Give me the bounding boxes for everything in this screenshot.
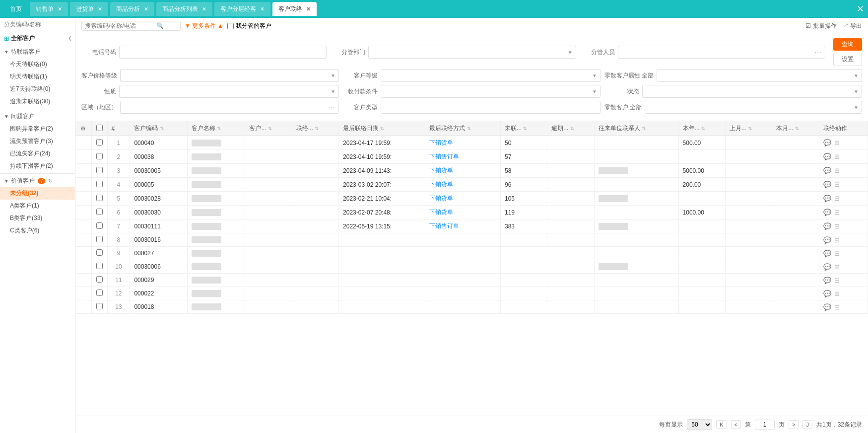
td-checkbox[interactable] (91, 219, 107, 233)
th-no-days[interactable]: 未联... ⇅ (500, 121, 547, 136)
row-checkbox[interactable] (96, 209, 103, 215)
grid-action-icon[interactable]: ⊞ (834, 303, 840, 311)
td-checkbox[interactable] (91, 247, 107, 260)
sidebar-search-input[interactable] (4, 21, 75, 28)
retail-attr-select[interactable]: ▼ (657, 69, 862, 82)
search-icon[interactable]: 🔍 (156, 22, 164, 29)
th-contact[interactable]: 联络... ⇅ (292, 121, 338, 136)
payment-select[interactable]: ▼ (381, 85, 601, 98)
row-checkbox[interactable] (96, 249, 103, 256)
td-last-method[interactable]: 下销售订单 (425, 150, 501, 164)
row-checkbox[interactable] (96, 263, 103, 269)
close-all-button[interactable]: ✕ (857, 3, 864, 14)
th-code[interactable]: 客户编码 ⇅ (130, 121, 188, 136)
select-all-checkbox[interactable] (96, 125, 103, 131)
grid-action-icon[interactable]: ⊞ (834, 153, 840, 160)
td-checkbox[interactable] (91, 150, 107, 164)
query-button[interactable]: 查询 (833, 38, 862, 51)
sidebar-item-churn-warning[interactable]: 流失预警客户(3) (0, 135, 75, 147)
reset-button[interactable]: 设置 (833, 53, 862, 66)
refresh-icon[interactable]: ↻ (48, 178, 53, 184)
nav-tab-product-analysis[interactable]: 商品分析 ✕ (110, 2, 154, 16)
last-method-link[interactable]: 下销货单 (429, 167, 453, 174)
more-filters-button[interactable]: ▼ 更多条件 ▲ (185, 22, 223, 30)
row-checkbox[interactable] (96, 236, 103, 242)
page-number-input[interactable] (755, 420, 775, 430)
sidebar-item-today[interactable]: 今天待联络(0) (0, 58, 75, 71)
td-last-method[interactable]: 下销售订单 (425, 219, 501, 233)
chat-icon[interactable]: 💬 (823, 181, 831, 188)
td-last-method[interactable]: 下销货单 (425, 136, 501, 150)
th-last-date[interactable]: 最后联络日期 ⇅ (339, 121, 425, 136)
next-page-button[interactable]: > (789, 420, 799, 429)
sidebar-item-7days[interactable]: 近7天待联络(0) (0, 83, 75, 95)
td-checkbox[interactable] (91, 300, 107, 314)
first-page-button[interactable]: K (716, 420, 727, 429)
search-input[interactable] (85, 22, 154, 29)
td-checkbox[interactable] (91, 192, 107, 206)
nav-tab-sales[interactable]: 销售单 ✕ (30, 2, 68, 16)
td-checkbox[interactable] (91, 274, 107, 287)
sidebar-item-declining[interactable]: 持续下滑客户(2) (0, 160, 75, 172)
grid-action-icon[interactable]: ⊞ (834, 209, 840, 216)
region-input[interactable]: ··· (120, 101, 339, 114)
chat-icon[interactable]: 💬 (823, 277, 831, 284)
batch-ops-button[interactable]: ☑ 批量操作 (805, 22, 836, 30)
row-checkbox[interactable] (96, 167, 103, 173)
td-last-method[interactable]: 下销货单 (425, 192, 501, 206)
pending-contact-section[interactable]: ▼ 待联络客户 (0, 46, 75, 58)
td-checkbox[interactable] (91, 136, 107, 150)
chat-icon[interactable]: 💬 (823, 153, 831, 160)
th-this-year[interactable]: 本年... ⇅ (678, 121, 725, 136)
last-method-link[interactable]: 下销货单 (429, 139, 453, 146)
grid-action-icon[interactable]: ⊞ (834, 167, 840, 174)
close-sales-icon[interactable]: ✕ (58, 6, 62, 12)
nature-select[interactable]: ▼ (119, 85, 339, 98)
chat-icon[interactable]: 💬 (823, 263, 831, 271)
chat-icon[interactable]: 💬 (823, 167, 831, 174)
sidebar-item-a-class[interactable]: A类客户(1) (0, 200, 75, 212)
dept-select[interactable]: ▼ (368, 46, 576, 59)
grid-action-icon[interactable]: ⊞ (834, 139, 840, 146)
person-input[interactable]: ··· (618, 46, 825, 59)
td-last-method[interactable]: 下销货单 (425, 164, 501, 178)
status-select[interactable]: ▼ (642, 85, 862, 98)
row-checkbox[interactable] (96, 289, 103, 296)
nav-tab-home[interactable]: 首页 (4, 2, 28, 16)
chat-icon[interactable]: 💬 (823, 222, 831, 230)
chat-icon[interactable]: 💬 (823, 290, 831, 297)
last-method-link[interactable]: 下销售订单 (429, 153, 459, 160)
problem-customers-section[interactable]: ▼ 问题客户 (0, 110, 75, 123)
all-customers-header[interactable]: ⊞ 全部客户 《 (0, 31, 75, 46)
last-page-button[interactable]: J (802, 420, 812, 429)
grid-action-icon[interactable]: ⊞ (834, 250, 840, 257)
th-this-month[interactable]: 本月... ⇅ (772, 121, 819, 136)
price-tier-select[interactable]: ▼ (120, 69, 339, 82)
sidebar-item-ungroup[interactable]: 未分组(32) (0, 187, 75, 200)
grid-action-icon[interactable]: ⊞ (834, 222, 840, 230)
th-last-method[interactable]: 最后联络方式 ⇅ (425, 121, 501, 136)
td-checkbox[interactable] (91, 206, 107, 219)
th-checkbox[interactable] (91, 121, 107, 136)
th-type[interactable]: 客户... ⇅ (245, 121, 292, 136)
close-customer-contact-icon[interactable]: ✕ (306, 6, 311, 12)
row-checkbox[interactable] (96, 181, 103, 187)
last-method-link[interactable]: 下销货单 (429, 195, 453, 202)
nav-tab-product-list[interactable]: 商品分析列表 ✕ (156, 2, 212, 16)
grid-action-icon[interactable]: ⊞ (834, 195, 840, 202)
th-last-month[interactable]: 上月... ⇅ (725, 121, 772, 136)
row-checkbox[interactable] (96, 139, 103, 145)
td-checkbox[interactable] (91, 287, 107, 300)
chat-icon[interactable]: 💬 (823, 250, 831, 257)
row-checkbox[interactable] (96, 222, 103, 229)
grid-action-icon[interactable]: ⊞ (834, 277, 840, 284)
th-settings[interactable]: ⚙ (75, 121, 91, 136)
row-checkbox[interactable] (96, 276, 103, 283)
my-customers-checkbox-container[interactable]: 我分管的客户 (227, 22, 271, 30)
close-product-analysis-icon[interactable]: ✕ (144, 6, 148, 12)
sidebar-item-overdue[interactable]: 逾期未联络(30) (0, 95, 75, 108)
chat-icon[interactable]: 💬 (823, 195, 831, 202)
chat-icon[interactable]: 💬 (823, 209, 831, 216)
last-method-link[interactable]: 下销货单 (429, 209, 453, 216)
value-customers-section[interactable]: ▼ 价值客户 7 ↻ (0, 175, 75, 187)
